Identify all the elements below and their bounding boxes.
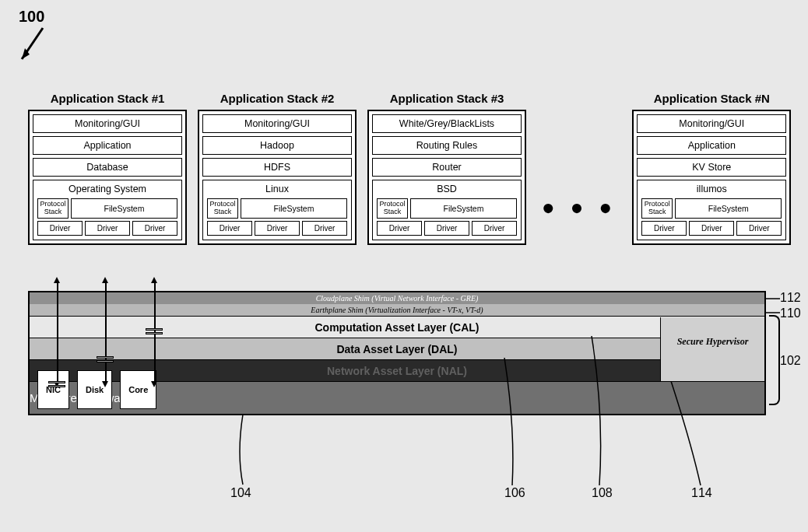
filesystem: FileSystem: [71, 198, 177, 219]
arrow-driver-disk: [105, 277, 106, 387]
os-title: Operating System: [35, 182, 180, 196]
layer-lists: White/Grey/BlackLists: [372, 114, 522, 133]
layer-app: Application: [637, 136, 786, 155]
driver: Driver: [37, 221, 83, 236]
os-title: Linux: [205, 182, 350, 196]
driver: Driver: [377, 221, 422, 236]
stack-title: Application Stack #N: [632, 92, 791, 105]
leader-114: [668, 381, 715, 487]
arrow-driver-nic: [57, 277, 58, 387]
cloudplane-shim: Cloudplane Shim (Virtual Network Interfa…: [30, 292, 764, 304]
driver: Driver: [736, 221, 782, 236]
filesystem: FileSystem: [241, 198, 347, 219]
stack-box: Monitoring/GUI Hadoop HDFS Linux Protoco…: [198, 110, 357, 245]
stack-title: Application Stack #1: [28, 92, 187, 105]
ellipsis-icon: ● ● ●: [537, 195, 621, 220]
layer-db: Database: [33, 158, 182, 177]
stack-title: Application Stack #3: [367, 92, 526, 105]
os-box: Linux Protocol Stack FileSystem Driver D…: [202, 180, 352, 240]
ref-108: 108: [592, 486, 613, 500]
layer-kv: KV Store: [637, 158, 786, 177]
secure-hypervisor: Secure Hypervisor: [660, 317, 764, 381]
app-stack-3: Application Stack #3 White/Grey/BlackLis…: [367, 92, 526, 245]
layer-monitoring: Monitoring/GUI: [637, 114, 786, 133]
chip-icon: [97, 356, 114, 367]
layer-db: HDFS: [202, 158, 352, 177]
driver: Driver: [85, 221, 130, 236]
protocol-stack: Protocol Stack: [37, 198, 69, 219]
driver: Driver: [207, 221, 252, 236]
cal-layer: Computation Asset Layer (CAL): [30, 317, 764, 338]
core-block: Core: [120, 370, 156, 409]
layer-monitoring: Monitoring/GUI: [33, 114, 182, 133]
earthplane-shim: Earthplane Shim (Virtualization Interfac…: [30, 304, 764, 316]
leader-104: [230, 415, 262, 486]
stack-box: White/Grey/BlackLists Routing Rules Rout…: [367, 110, 526, 245]
app-stack-n: Application Stack #N Monitoring/GUI Appl…: [632, 92, 791, 245]
protocol-stack: Protocol Stack: [641, 198, 673, 219]
protocol-stack: Protocol Stack: [207, 198, 238, 219]
driver: Driver: [641, 221, 687, 236]
chip-icon: [48, 381, 65, 392]
app-stack-1: Application Stack #1 Monitoring/GUI Appl…: [28, 92, 187, 245]
application-stacks-row: Application Stack #1 Monitoring/GUI Appl…: [28, 92, 791, 245]
filesystem: FileSystem: [675, 198, 782, 219]
os-box: Operating System Protocol Stack FileSyst…: [33, 180, 182, 240]
ref-112: 112: [780, 291, 801, 305]
leader-112: [766, 296, 780, 306]
dal-layer: Data Asset Layer (DAL): [30, 338, 764, 359]
layer-monitoring: Monitoring/GUI: [202, 114, 352, 133]
ref-114: 114: [691, 486, 712, 500]
os-box: illumos Protocol Stack FileSystem Driver…: [637, 180, 786, 240]
driver: Driver: [302, 221, 347, 236]
layer-rules: Routing Rules: [372, 136, 522, 155]
disk-block: Disk: [77, 370, 112, 409]
ref-102: 102: [780, 354, 801, 368]
app-stack-2: Application Stack #2 Monitoring/GUI Hado…: [198, 92, 357, 245]
leader-110: [766, 308, 780, 319]
ref-106: 106: [504, 486, 525, 500]
layer-app: Hadoop: [202, 136, 352, 155]
layer-router: Router: [372, 158, 522, 177]
filesystem: FileSystem: [410, 198, 517, 219]
chip-icon: [146, 328, 163, 339]
brace-icon: [769, 315, 780, 405]
ref-104: 104: [230, 486, 251, 500]
stack-title: Application Stack #2: [198, 92, 357, 105]
leader-108: [585, 336, 617, 487]
driver: Driver: [424, 221, 469, 236]
hardware-layer: Multicore Hardware NIC Disk Core: [30, 381, 764, 414]
ref-110: 110: [780, 306, 801, 320]
stack-box: Monitoring/GUI Application KV Store illu…: [632, 110, 791, 245]
protocol-stack: Protocol Stack: [377, 198, 408, 219]
ref-arrow-icon: [8, 22, 54, 68]
layer-app: Application: [33, 136, 182, 155]
driver: Driver: [132, 221, 177, 236]
leader-106: [498, 358, 529, 487]
driver: Driver: [255, 221, 300, 236]
stack-box: Monitoring/GUI Application Database Oper…: [28, 110, 187, 245]
os-box: BSD Protocol Stack FileSystem Driver Dri…: [372, 180, 522, 240]
os-title: illumos: [639, 182, 784, 196]
platform-layers: Cloudplane Shim (Virtual Network Interfa…: [28, 291, 766, 415]
os-title: BSD: [374, 182, 519, 196]
driver: Driver: [472, 221, 517, 236]
driver: Driver: [689, 221, 734, 236]
